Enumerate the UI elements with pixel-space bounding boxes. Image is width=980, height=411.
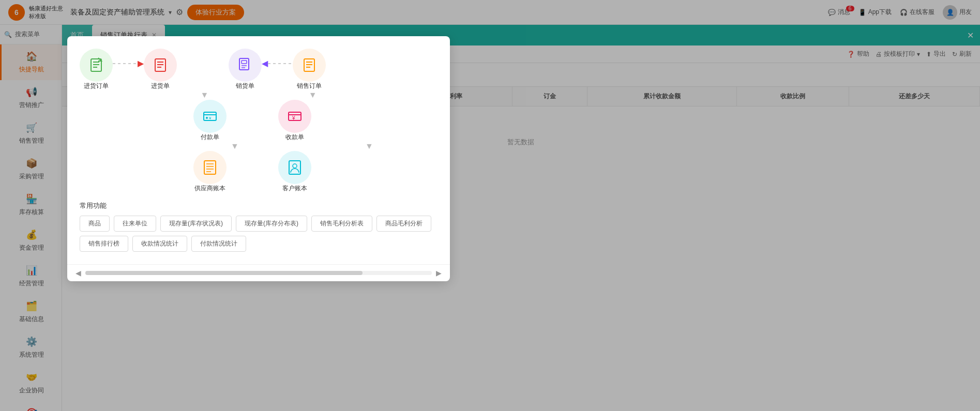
svg-point-29 (293, 164, 297, 168)
func-btn-sales-profit[interactable]: 销售毛利分析表 (311, 216, 372, 232)
func-btn-product-profit[interactable]: 商品毛利分析 (376, 216, 431, 232)
supplier-account-icon (193, 151, 227, 184)
scrollbar-track[interactable] (85, 271, 432, 275)
payment-bill-icon: ¥ (193, 100, 227, 133)
arrow-down-receipt: ▼ (279, 90, 346, 100)
customer-account-icon (278, 151, 311, 184)
common-functions-section: 常用功能 商品 往来单位 现存量(库存状况表) 现存量(库存分布表) 销售毛利分… (80, 201, 438, 252)
arrow-down-payment: ▼ (171, 90, 238, 100)
scrollbar-thumb (85, 271, 363, 275)
modal-scrollbar: ◀ ▶ (67, 264, 450, 281)
func-btns-row-2: 销售排行榜 收款情况统计 付款情况统计 (80, 236, 438, 252)
svg-rect-9 (242, 60, 247, 64)
flow-row-3: 供应商账本 客户账本 (80, 151, 438, 193)
func-btns-row-1: 商品 往来单位 现存量(库存状况表) 现存量(库存分布表) 销售毛利分析表 商品… (80, 216, 438, 232)
purchase-bill-node[interactable]: 进货单 (144, 49, 177, 90)
sales-order-label: 销售订单 (297, 82, 322, 90)
func-btn-contacts[interactable]: 往来单位 (114, 216, 156, 232)
flow-row-1: 进货订单 ▶ 进货单 (80, 49, 438, 90)
svg-text:¥: ¥ (292, 115, 295, 121)
supplier-account-label: 供应商账本 (194, 184, 225, 193)
func-btn-receipt-stats[interactable]: 收款情况统计 (132, 236, 187, 252)
payment-bill-node[interactable]: ¥ 付款单 (193, 100, 227, 142)
customer-account-node[interactable]: 客户账本 (278, 151, 311, 193)
func-btn-inventory-dist[interactable]: 现存量(库存分布表) (236, 216, 307, 232)
receipt-bill-label: 收款单 (285, 133, 304, 142)
purchase-bill-label: 进货单 (151, 82, 170, 90)
flow-row-2: ¥ 付款单 ¥ 收款单 (80, 100, 438, 142)
purchase-order-label: 进货订单 (84, 82, 109, 90)
scroll-left-btn[interactable]: ◀ (76, 269, 81, 277)
purchase-order-node[interactable]: 进货订单 (80, 49, 113, 90)
flow-modal: 进货订单 ▶ 进货单 (67, 36, 450, 281)
func-btn-payment-stats[interactable]: 付款情况统计 (191, 236, 246, 252)
sales-order-node[interactable]: 销售订单 (293, 49, 326, 90)
arrow-down-customer: ▼ (328, 142, 411, 151)
modal-overlay[interactable]: 进货订单 ▶ 进货单 (0, 0, 980, 411)
arrow-purchase-to-bill: ▶ (113, 58, 144, 68)
purchase-order-icon (80, 49, 113, 82)
sales-bill-label: 销货单 (236, 82, 254, 90)
flow-row-arrows: ▼ ▼ (80, 90, 438, 100)
common-func-title: 常用功能 (80, 201, 438, 210)
svg-rect-23 (204, 161, 216, 174)
receipt-bill-node[interactable]: ¥ 收款单 (278, 100, 311, 142)
supplier-account-node[interactable]: 供应商账本 (193, 151, 227, 193)
flow-diagram: 进货订单 ▶ 进货单 (80, 49, 438, 193)
func-btn-sales-rank[interactable]: 销售排行榜 (80, 236, 128, 252)
svg-point-18 (206, 117, 208, 119)
purchase-bill-icon (144, 49, 177, 82)
func-btn-inventory-status[interactable]: 现存量(库存状况表) (160, 216, 232, 232)
scroll-right-btn[interactable]: ▶ (436, 269, 442, 277)
arrow-sales-order-to-bill: ◀ (262, 58, 293, 68)
sales-bill-node[interactable]: 销货单 (229, 49, 262, 90)
receipt-bill-icon: ¥ (278, 100, 311, 133)
customer-account-label: 客户账本 (282, 184, 307, 193)
modal-content: 进货订单 ▶ 进货单 (67, 36, 450, 264)
sales-order-icon (293, 49, 326, 82)
func-btn-product[interactable]: 商品 (80, 216, 110, 232)
arrow-down-supplier: ▼ (193, 142, 276, 151)
payment-bill-label: 付款单 (201, 133, 219, 142)
sales-bill-icon (229, 49, 262, 82)
svg-text:¥: ¥ (208, 116, 212, 120)
flow-row-arrows2: ▼ ▼ (80, 142, 438, 151)
